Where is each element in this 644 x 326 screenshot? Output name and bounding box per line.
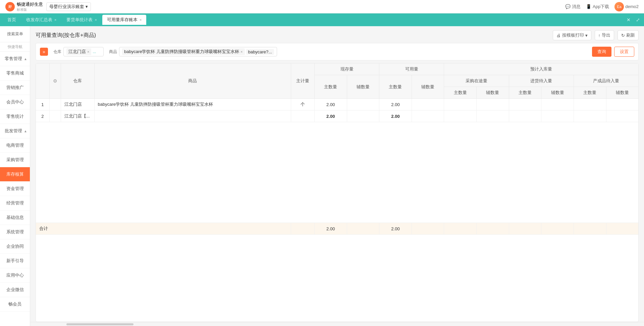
scroll-thumb[interactable] xyxy=(66,323,133,325)
sidebar-item-wholesale[interactable]: 批发管理 ▲ xyxy=(0,124,30,138)
refresh-btn[interactable]: ↻ 刷新 xyxy=(618,30,639,40)
cell-available-aux-2 xyxy=(412,110,444,122)
sidebar-item-guide[interactable]: 新手引导 xyxy=(0,254,30,268)
cell-product-2 xyxy=(94,110,291,122)
warehouse-filter-group: 仓库 江北门店 × ... xyxy=(53,47,104,56)
sidebar-item-basic-info[interactable]: 基础信息 xyxy=(0,211,30,225)
total-row: 合计 2.00 2.00 xyxy=(36,223,638,235)
tab-order-stats[interactable]: 要货单统计表 × xyxy=(62,15,101,25)
export-label: 导出 xyxy=(602,32,610,38)
sidebar-item-ecommerce-label: 电商管理 xyxy=(3,142,27,148)
warehouse-filter-input[interactable]: 江北门店 × ... xyxy=(63,47,104,56)
sidebar-item-member-center[interactable]: 会员中心 xyxy=(0,95,30,109)
settings-btn[interactable]: 设置 xyxy=(614,47,634,57)
logo-text: 畅捷通好生意 标准版 xyxy=(17,1,43,12)
tab-bar-controls: ✕ ⤢ xyxy=(625,16,641,23)
tab-available-stock-close[interactable]: × xyxy=(140,18,142,22)
print-template-btn[interactable]: 🖨 按模板打印 ▾ xyxy=(553,30,591,40)
th-purchase-transit: 采购在途量 xyxy=(444,75,509,87)
sidebar: 搜索菜单 快捷导航 零售管理 ▲ 零售商城 营销推广 会员中心 零售统计 批发管… xyxy=(0,26,30,326)
content-area: 可用量查询(按仓库+商品) 🖨 按模板打印 ▾ ↑ 导出 ↻ 刷新 » xyxy=(30,26,644,326)
cell-inbound-main-2 xyxy=(509,110,541,122)
cell-purchase-main-1 xyxy=(444,99,477,110)
message-btn[interactable]: 💬 消息 xyxy=(565,4,581,10)
tab-home[interactable]: 首页 xyxy=(3,15,21,25)
sidebar-item-marketing[interactable]: 营销推广 xyxy=(0,81,30,95)
warehouse-tag-close[interactable]: × xyxy=(87,50,89,54)
industry-selector[interactable]: 母婴行业演示账套 ▾ xyxy=(46,2,91,11)
sidebar-item-basic-info-label: 基础信息 xyxy=(3,215,27,221)
sidebar-item-enterprise-collab-label: 企业协同 xyxy=(3,243,27,249)
sidebar-item-member-center-label: 会员中心 xyxy=(3,99,27,105)
sidebar-item-member-plus[interactable]: 畅会员 xyxy=(0,297,30,312)
tab-available-stock-label: 可用量库存账本 xyxy=(107,17,138,23)
sidebar-item-ecommerce[interactable]: 电商管理 xyxy=(0,138,30,153)
sidebar-item-operations[interactable]: 经营管理 xyxy=(0,196,30,211)
message-label: 消息 xyxy=(572,4,581,10)
industry-selector-label: 母婴行业演示账套 xyxy=(49,4,84,10)
warehouse-tag-value: 江北门店 xyxy=(68,49,86,55)
search-menu-btn[interactable]: 搜索菜单 xyxy=(3,30,27,39)
tab-order-stats-close[interactable]: × xyxy=(95,18,97,22)
total-available-aux xyxy=(412,223,444,235)
sidebar-item-system[interactable]: 系统管理 xyxy=(0,225,30,239)
chevron-icon: ▲ xyxy=(24,57,27,61)
page-actions: 🖨 按模板打印 ▾ ↑ 导出 ↻ 刷新 xyxy=(553,30,639,40)
product-tag-extra-value: babycare?... xyxy=(248,49,272,54)
th-settings[interactable]: ⚙ xyxy=(49,63,61,99)
sidebar-item-retail-stats[interactable]: 零售统计 xyxy=(0,109,30,124)
page-header: 可用量查询(按仓库+商品) 🖨 按模板打印 ▾ ↑ 导出 ↻ 刷新 xyxy=(30,26,644,43)
cell-available-main-2: 2.00 xyxy=(379,110,412,122)
tab-receive-send[interactable]: 收发存汇总表 × xyxy=(21,15,61,25)
cell-available-main-1: 2.00 xyxy=(379,99,412,110)
filter-toggle-btn[interactable]: » xyxy=(40,48,48,56)
logo-main-text: 畅捷通好生意 xyxy=(17,1,43,7)
tab-available-stock[interactable]: 可用量库存账本 × xyxy=(102,15,146,25)
cell-purchase-main-2 xyxy=(444,110,477,122)
sidebar-item-finance[interactable]: 资金管理 xyxy=(0,182,30,196)
sidebar-item-member-plus-label: 畅会员 xyxy=(3,301,27,307)
sidebar-item-inventory[interactable]: 库存核算 xyxy=(0,167,30,182)
warehouse-tag: 江北门店 × xyxy=(66,48,91,55)
tab-receive-send-label: 收发存汇总表 xyxy=(26,17,52,23)
th-stock-main: 主数量 xyxy=(314,75,347,99)
th-warehouse: 仓库 xyxy=(61,63,94,99)
th-product: 商品 xyxy=(94,63,291,99)
sidebar-item-wechat[interactable]: 企业微信 xyxy=(0,283,30,297)
cell-production-main-1 xyxy=(574,99,606,110)
th-purchase-aux: 辅数量 xyxy=(477,87,509,99)
sidebar-item-enterprise-collab[interactable]: 企业协同 xyxy=(0,239,30,254)
close-window-btn[interactable]: ✕ xyxy=(625,16,632,23)
product-filter-group: 商品 babycare学饮杯 儿童防摔防撞吸管杯重力球吸嘴杯宝宝水杯 × bab… xyxy=(109,47,277,56)
th-available-group: 可用量 xyxy=(379,63,444,75)
user-menu[interactable]: Ea demo2 xyxy=(614,2,639,11)
sidebar-item-retail-mall[interactable]: 零售商城 xyxy=(0,66,30,81)
logo-area: 好 畅捷通好生意 标准版 xyxy=(5,1,43,12)
product-filter-input[interactable]: babycare学饮杯 儿童防摔防撞吸管杯重力球吸嘴杯宝宝水杯 × babyca… xyxy=(119,47,277,56)
maximize-window-btn[interactable]: ⤢ xyxy=(635,16,641,23)
sidebar-item-app-center[interactable]: 应用中心 xyxy=(0,268,30,283)
product-tag-close[interactable]: × xyxy=(240,50,243,54)
th-inbound-main: 主数量 xyxy=(509,87,541,99)
top-bar-right: 💬 消息 📱 App下载 Ea demo2 xyxy=(565,2,639,11)
query-btn[interactable]: 查询 xyxy=(592,47,611,57)
product-filter-label: 商品 xyxy=(109,49,117,55)
table-container: ⚙ 仓库 商品 主计量 现存量 可用量 预计入库量 主数量 辅数量 主数量 辅数… xyxy=(36,63,639,322)
export-btn[interactable]: ↑ 导出 xyxy=(595,30,614,40)
tab-receive-send-close[interactable]: × xyxy=(54,18,56,22)
th-pending-production: 产成品待入量 xyxy=(574,75,638,87)
cell-unit-1: 个 xyxy=(291,99,314,110)
sidebar-item-retail-management[interactable]: 零售管理 ▲ xyxy=(0,52,30,66)
sidebar-item-retail-mall-label: 零售商城 xyxy=(3,70,27,76)
th-unit: 主计量 xyxy=(291,63,314,99)
chevron-icon-2: ▲ xyxy=(24,129,27,133)
cell-stock-aux-1 xyxy=(347,99,379,110)
warehouse-filter-label: 仓库 xyxy=(53,49,61,55)
th-purchase-main: 主数量 xyxy=(444,87,477,99)
product-tag-value: babycare学饮杯 儿童防摔防撞吸管杯重力球吸嘴杯宝宝水杯 xyxy=(124,49,239,55)
sidebar-item-purchase[interactable]: 采购管理 xyxy=(0,153,30,167)
logo-sub-text: 标准版 xyxy=(17,7,43,12)
warehouse-more-btn[interactable]: ... xyxy=(93,49,96,54)
cell-inbound-main-1 xyxy=(509,99,541,110)
download-btn[interactable]: 📱 App下载 xyxy=(586,4,609,10)
